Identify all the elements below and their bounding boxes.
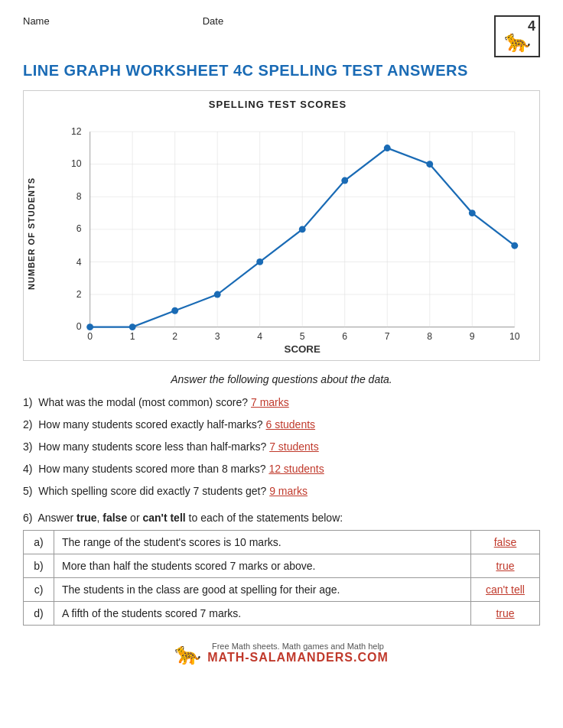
statement-text-c: The students in the class are good at sp… bbox=[54, 577, 471, 601]
chart-title: SPELLING TEST SCORES bbox=[24, 99, 532, 110]
q6-false-keyword: false bbox=[103, 512, 127, 524]
q6-number: 6) bbox=[23, 512, 32, 524]
svg-text:3: 3 bbox=[215, 331, 220, 342]
question-3: 3) How many students score less than hal… bbox=[23, 439, 540, 455]
svg-point-46 bbox=[469, 210, 476, 216]
svg-text:8: 8 bbox=[427, 331, 432, 342]
statement-row-c: c) The students in the class are good at… bbox=[24, 577, 540, 601]
statement-answer-b: true bbox=[496, 560, 514, 572]
statement-row-b: b) More than half the students scored 7 … bbox=[24, 554, 540, 577]
date-label: Date bbox=[203, 15, 223, 27]
statement-text-d: A fifth of the students scored 7 marks. bbox=[54, 601, 471, 625]
q1-answer: 7 marks bbox=[251, 396, 289, 408]
q2-text: How many students scored exactly half-ma… bbox=[38, 418, 262, 431]
q5-number: 5) bbox=[23, 485, 32, 497]
svg-text:0: 0 bbox=[76, 321, 82, 332]
statement-row-a: a) The range of the student's scores is … bbox=[24, 530, 540, 554]
q1-number: 1) bbox=[23, 396, 32, 408]
q3-answer: 7 students bbox=[269, 440, 319, 453]
q2-answer: 6 students bbox=[265, 418, 315, 431]
svg-text:0: 0 bbox=[87, 331, 93, 342]
footer-tagline: Free Math sheets. Math games and Math he… bbox=[207, 642, 389, 651]
question-5: 5) Which spelling score did exactly 7 st… bbox=[23, 483, 540, 499]
svg-text:2: 2 bbox=[172, 331, 177, 342]
svg-point-42 bbox=[299, 226, 306, 232]
chart-inner: 0 2 4 6 8 10 12 0 1 2 3 4 5 6 7 8 9 10 bbox=[39, 115, 532, 353]
question-4: 4) How many students scored more than 8 … bbox=[23, 461, 540, 477]
svg-point-47 bbox=[511, 242, 518, 249]
y-axis-label: NUMBER OF STUDENTS bbox=[24, 115, 39, 353]
statement-letter-d: d) bbox=[24, 601, 54, 625]
q4-text: How many students scored more than 8 mar… bbox=[38, 463, 265, 475]
svg-text:SCORE: SCORE bbox=[285, 343, 321, 353]
svg-text:2: 2 bbox=[76, 289, 82, 300]
chart-container: SPELLING TEST SCORES NUMBER OF STUDENTS bbox=[23, 90, 540, 361]
q5-answer: 9 marks bbox=[269, 485, 308, 497]
statement-answer-a: false bbox=[494, 536, 517, 548]
svg-point-37 bbox=[86, 323, 93, 330]
svg-point-39 bbox=[171, 307, 178, 314]
instructions: Answer the following questions about the… bbox=[23, 373, 540, 385]
svg-text:10: 10 bbox=[71, 158, 82, 169]
question-2: 2) How many students scored exactly half… bbox=[23, 417, 540, 433]
svg-point-41 bbox=[256, 258, 263, 265]
statement-row-d: d) A fifth of the students scored 7 mark… bbox=[24, 601, 540, 625]
svg-point-43 bbox=[341, 177, 348, 184]
statement-text-a: The range of the student's scores is 10 … bbox=[54, 530, 471, 554]
q3-text: How many students score less than half-m… bbox=[38, 440, 266, 453]
footer-site: MATH-SALAMANDERS.COM bbox=[207, 651, 389, 665]
q6-intro: 6) Answer true, false or can't tell to e… bbox=[23, 512, 540, 524]
svg-point-40 bbox=[214, 291, 221, 298]
svg-text:6: 6 bbox=[342, 331, 347, 342]
page-title: LINE GRAPH WORKSHEET 4C SPELLING TEST AN… bbox=[23, 62, 540, 80]
q6-cant-tell-keyword: can't tell bbox=[142, 512, 185, 524]
svg-text:9: 9 bbox=[470, 331, 475, 342]
q5-text: Which spelling score did exactly 7 stude… bbox=[38, 485, 266, 497]
svg-point-45 bbox=[426, 161, 433, 167]
svg-text:10: 10 bbox=[509, 331, 520, 342]
logo-number: 4 bbox=[528, 18, 535, 34]
footer: 🐆 Free Math sheets. Math games and Math … bbox=[23, 641, 540, 666]
q4-answer: 12 students bbox=[268, 463, 324, 475]
q6-true-keyword: true bbox=[76, 512, 96, 524]
statement-letter-c: c) bbox=[24, 577, 54, 601]
chart-svg: 0 2 4 6 8 10 12 0 1 2 3 4 5 6 7 8 9 10 bbox=[39, 115, 532, 353]
q1-text: What was the modal (most common) score? bbox=[38, 396, 248, 408]
svg-text:1: 1 bbox=[130, 331, 135, 342]
statement-answer-d: true bbox=[496, 607, 514, 619]
svg-text:4: 4 bbox=[257, 331, 262, 342]
logo-animal-icon: 🐆 bbox=[504, 28, 531, 54]
svg-text:4: 4 bbox=[76, 257, 82, 268]
svg-text:7: 7 bbox=[385, 331, 390, 342]
statement-answer-c: can't tell bbox=[486, 583, 525, 596]
question-1: 1) What was the modal (most common) scor… bbox=[23, 395, 540, 411]
svg-text:5: 5 bbox=[300, 331, 305, 342]
logo: 4 🐆 bbox=[494, 15, 540, 57]
statement-text-b: More than half the students scored 7 mar… bbox=[54, 554, 471, 577]
q3-number: 3) bbox=[23, 440, 32, 453]
svg-point-44 bbox=[384, 145, 391, 151]
name-label: Name bbox=[23, 15, 50, 27]
svg-point-38 bbox=[129, 323, 136, 330]
statement-letter-b: b) bbox=[24, 554, 54, 577]
q2-number: 2) bbox=[23, 418, 32, 431]
statement-letter-a: a) bbox=[24, 530, 54, 554]
footer-logo-icon: 🐆 bbox=[174, 641, 201, 666]
statements-table: a) The range of the student's scores is … bbox=[23, 530, 540, 626]
svg-text:8: 8 bbox=[76, 191, 82, 202]
svg-text:6: 6 bbox=[76, 223, 82, 234]
questions-list: 1) What was the modal (most common) scor… bbox=[23, 395, 540, 499]
q4-number: 4) bbox=[23, 463, 32, 475]
svg-text:12: 12 bbox=[71, 126, 82, 137]
